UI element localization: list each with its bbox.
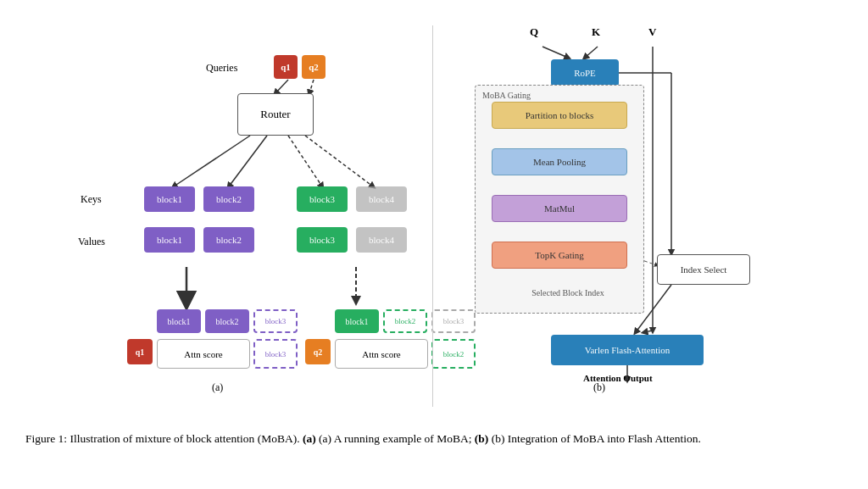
moba-gating-label: MoBA Gating: [482, 91, 531, 100]
key-block4: block4: [356, 186, 407, 212]
q-label: Q: [530, 25, 538, 39]
caption-b: (b): [593, 381, 605, 394]
bottom-right-block1: block1: [335, 309, 379, 333]
router-box: Router: [237, 93, 314, 136]
key-block3: block3: [297, 186, 348, 212]
val-block3: block3: [297, 227, 348, 253]
svg-line-1: [309, 80, 314, 93]
figure-caption: Figure 1: Illustration of mixture of blo…: [17, 431, 851, 447]
bottom-left-block3b: block3: [253, 339, 298, 369]
page: Queries Keys Values q1 q2 Router block1 …: [0, 0, 868, 489]
label-keys: Keys: [81, 193, 102, 206]
bottom-left-block2: block2: [205, 309, 249, 333]
mean-pooling-box: Mean Pooling: [492, 148, 627, 175]
figure-caption-a-label: (a): [303, 432, 316, 445]
label-queries: Queries: [206, 62, 237, 75]
figure-caption-a: (a) A running example of MoBA;: [319, 432, 471, 445]
bottom-right-block2: block2: [383, 309, 427, 333]
svg-line-5: [305, 136, 373, 186]
varlen-box: Varlen Flash-Attention: [551, 335, 704, 365]
matmul-box: MatMul: [492, 195, 627, 222]
panel-b: Q K V RoPE MoBA Gating Partition to bloc…: [466, 8, 851, 424]
bottom-left-block1: block1: [157, 309, 201, 333]
v-label: V: [648, 25, 656, 39]
figure-container: Queries Keys Values q1 q2 Router block1 …: [17, 8, 851, 424]
svg-line-0: [275, 80, 288, 93]
query-token-q1: q1: [274, 55, 298, 79]
rope-box: RoPE: [551, 59, 619, 86]
query-token-q2: q2: [302, 55, 326, 79]
val-block4: block4: [356, 227, 407, 253]
bottom-right-attn: Attn score: [335, 339, 428, 369]
figure-caption-b: (b) Integration of MoBA into Flash Atten…: [492, 432, 701, 445]
bottom-q2: q2: [305, 339, 331, 364]
val-block2: block2: [203, 227, 254, 253]
panel-a: Queries Keys Values q1 q2 Router block1 …: [17, 8, 458, 424]
index-select-box: Index Select: [657, 254, 750, 285]
val-block1: block1: [144, 227, 195, 253]
bottom-left-block3: block3: [253, 309, 298, 333]
topk-box: TopK Gating: [492, 242, 627, 269]
label-values: Values: [78, 236, 105, 248]
figure-caption-text: Figure 1: Illustration of mixture of blo…: [25, 432, 300, 445]
bottom-right-group: q2 block1 block2 block3 Attn score block…: [305, 305, 492, 398]
svg-line-8: [542, 47, 568, 58]
selected-block-label: Selected Block Index: [500, 288, 636, 297]
bottom-q1: q1: [127, 339, 153, 364]
key-block1: block1: [144, 186, 195, 212]
key-block2: block2: [203, 186, 254, 212]
panel-divider: [432, 25, 433, 407]
figure-caption-b-label: (b): [475, 432, 489, 445]
svg-line-9: [585, 47, 598, 58]
partition-box: Partition to blocks: [492, 102, 627, 129]
svg-line-4: [288, 136, 322, 186]
svg-line-3: [229, 136, 267, 186]
svg-line-19: [644, 331, 653, 332]
k-label: K: [592, 25, 600, 39]
bottom-left-attn: Attn score: [157, 339, 250, 369]
svg-line-2: [174, 136, 250, 186]
caption-a: (a): [212, 381, 223, 394]
